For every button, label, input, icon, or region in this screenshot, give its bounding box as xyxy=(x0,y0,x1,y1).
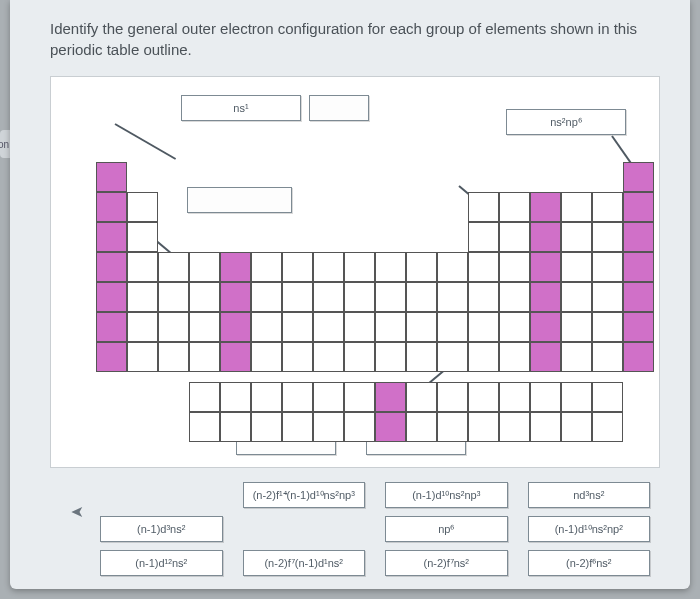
answer-chip[interactable]: (n-1)d³ns² xyxy=(100,516,223,542)
label-ns1[interactable]: ns¹ xyxy=(181,95,301,121)
side-tab[interactable]: on xyxy=(0,130,10,158)
periodic-table-canvas: ns¹ ns²np⁶ xyxy=(50,76,660,468)
table-row xyxy=(96,282,654,312)
answer-chip[interactable]: (n-2)f⁶ns² xyxy=(528,550,651,576)
table-row xyxy=(96,412,654,442)
table-row xyxy=(96,162,654,192)
spacer xyxy=(96,372,654,382)
label-ns2np6[interactable]: ns²np⁶ xyxy=(506,109,626,135)
periodic-table xyxy=(96,162,654,442)
answer-chip[interactable]: (n-1)d¹⁰ns²np² xyxy=(528,516,651,542)
question-text: Identify the general outer electron conf… xyxy=(50,18,660,60)
question-card: Identify the general outer electron conf… xyxy=(10,0,690,589)
answer-chip[interactable]: (n-2)f⁷(n-1)d¹ns² xyxy=(243,550,366,576)
table-row xyxy=(96,312,654,342)
answer-chip[interactable]: (n-2)f¹⁴(n-1)d¹⁰ns²np³ xyxy=(243,482,366,508)
table-row xyxy=(96,342,654,372)
answer-chip[interactable]: np⁶ xyxy=(385,516,508,542)
answer-chip[interactable]: nd³ns² xyxy=(528,482,651,508)
table-row xyxy=(96,192,654,222)
cursor-icon: ➤ xyxy=(71,502,84,521)
answer-bank: (n-2)f¹⁴(n-1)d¹⁰ns²np³ (n-1)d¹⁰ns²np³ nd… xyxy=(100,482,650,576)
table-row xyxy=(96,222,654,252)
answer-chip[interactable]: (n-1)d¹⁰ns²np³ xyxy=(385,482,508,508)
answer-slot-top-right-empty[interactable] xyxy=(309,95,369,121)
answer-chip[interactable]: (n-1)d¹²ns² xyxy=(100,550,223,576)
leader-line xyxy=(115,123,177,160)
table-row xyxy=(96,382,654,412)
table-row xyxy=(96,252,654,282)
answer-chip[interactable]: (n-2)f⁷ns² xyxy=(385,550,508,576)
